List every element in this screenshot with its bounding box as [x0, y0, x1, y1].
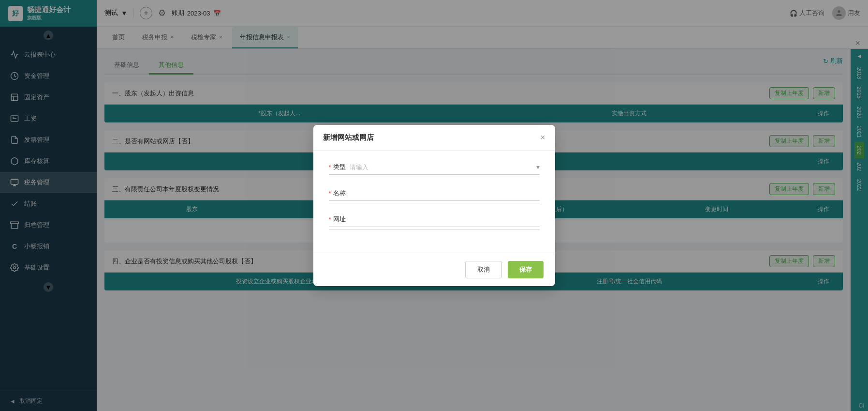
form-field-name: * 名称	[329, 189, 540, 201]
modal-close-button[interactable]: ×	[540, 133, 545, 143]
modal-body: * 类型 ▾ * 名称 * 网址	[313, 151, 555, 253]
name-input[interactable]	[350, 190, 540, 197]
modal-overlay: 新增网站或网店 × * 类型 ▾ * 名称	[0, 0, 868, 411]
modal-add-website: 新增网站或网店 × * 类型 ▾ * 名称	[313, 125, 555, 286]
form-row-type: * 类型 ▾	[329, 163, 540, 177]
url-label: 网址	[333, 215, 346, 224]
form-field-url: * 网址	[329, 215, 540, 227]
modal-cancel-button[interactable]: 取消	[465, 261, 502, 278]
form-row-name: * 名称	[329, 189, 540, 203]
type-required-mark: *	[329, 164, 331, 171]
form-field-type: * 类型 ▾	[329, 163, 540, 175]
modal-header: 新增网站或网店 ×	[313, 125, 555, 151]
modal-footer: 取消 保存	[313, 253, 555, 286]
type-label: 类型	[333, 163, 346, 171]
name-required-mark: *	[329, 190, 331, 197]
type-input[interactable]	[350, 164, 532, 171]
url-required-mark: *	[329, 216, 331, 223]
form-row-url: * 网址	[329, 215, 540, 229]
type-dropdown-icon[interactable]: ▾	[536, 163, 540, 171]
name-label: 名称	[333, 189, 346, 198]
modal-save-button[interactable]: 保存	[508, 261, 544, 278]
url-input[interactable]	[350, 216, 540, 223]
modal-title: 新增网站或网店	[323, 133, 374, 142]
